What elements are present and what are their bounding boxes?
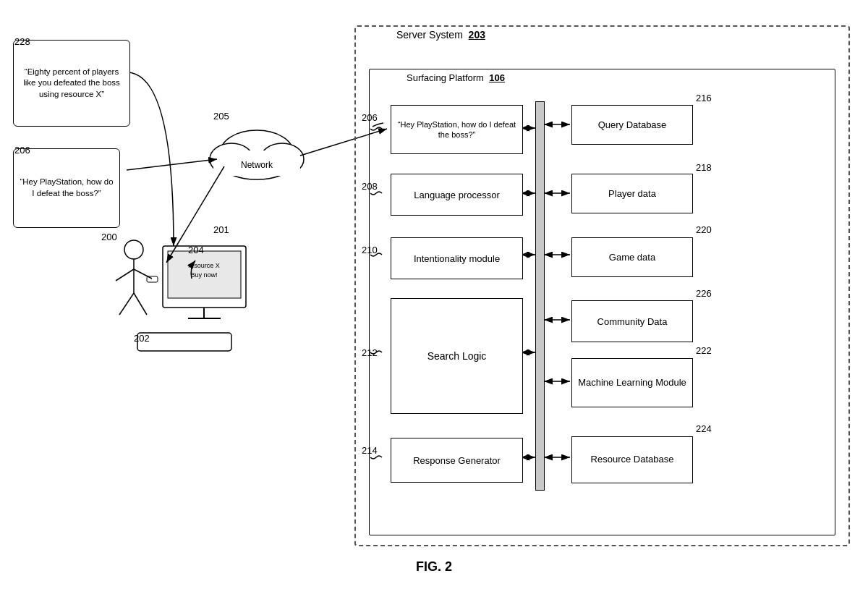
svg-point-3	[221, 130, 293, 174]
response-generator-box: Response Generator	[391, 438, 523, 483]
speech-bubble-206-text: “Hey PlayStation, how do I defeat the bo…	[20, 177, 114, 199]
ref-214: 214	[362, 445, 378, 456]
query-input-box: “Hey PlayStation, how do I defeat the bo…	[391, 105, 523, 154]
resource-database-box: Resource Database	[571, 436, 693, 483]
ref-222: 222	[696, 345, 712, 356]
ref-204: 204	[188, 245, 204, 255]
game-data-text: Game data	[609, 252, 655, 263]
ref-226: 226	[696, 288, 712, 299]
network-cloud-group: Network	[210, 130, 304, 179]
ref-210: 210	[362, 245, 378, 255]
svg-line-18	[127, 159, 217, 170]
speech-bubble-228-text: “Eighty percent of players like you defe…	[20, 67, 124, 101]
console-box	[137, 333, 231, 351]
resource-database-text: Resource Database	[591, 454, 674, 466]
ref-216: 216	[696, 93, 712, 103]
svg-line-13	[134, 293, 147, 315]
ad-text-1: resource X	[188, 262, 220, 269]
game-data-box: Game data	[571, 237, 693, 277]
surfacing-platform-label: Surfacing Platform 106	[407, 72, 505, 83]
query-input-text: “Hey PlayStation, how do I defeat the bo…	[394, 119, 519, 140]
svg-line-12	[119, 293, 134, 315]
tv-box	[163, 246, 246, 308]
ref-212: 212	[362, 347, 378, 358]
svg-rect-15	[168, 251, 241, 298]
ref-206-left: 206	[14, 145, 30, 156]
svg-line-11	[134, 269, 152, 279]
community-data-text: Community Data	[597, 316, 668, 327]
svg-line-10	[116, 269, 134, 281]
diagram-container: Network resource X Buy now!	[0, 0, 868, 589]
server-system-label: Server System 203	[396, 29, 485, 41]
divider-bar	[535, 101, 545, 491]
ml-module-text: Machine Learning Module	[578, 377, 686, 389]
query-database-text: Query Database	[598, 119, 667, 130]
ref-208: 208	[362, 181, 378, 192]
ad-text-2: Buy now!	[190, 271, 217, 279]
ref-201: 201	[213, 224, 229, 235]
svg-point-5	[260, 143, 304, 175]
community-data-box: Community Data	[571, 300, 693, 342]
network-label: Network	[241, 160, 273, 170]
svg-point-6	[224, 153, 289, 179]
ref-202: 202	[134, 333, 150, 344]
search-logic-text: Search Logic	[427, 350, 487, 362]
player-data-box: Player data	[571, 174, 693, 213]
svg-rect-7	[213, 151, 300, 176]
ref-220: 220	[696, 224, 712, 235]
ref-218: 218	[696, 162, 712, 173]
search-logic-box: Search Logic	[391, 298, 523, 414]
response-generator-text: Response Generator	[413, 455, 501, 466]
svg-rect-14	[147, 276, 158, 282]
fig-label: FIG. 2	[416, 559, 452, 575]
language-processor-text: Language processor	[414, 190, 500, 200]
player-data-text: Player data	[608, 188, 656, 199]
intentionality-box: Intentionality module	[391, 237, 523, 279]
ml-module-box: Machine Learning Module	[571, 358, 693, 407]
language-processor-box: Language processor	[391, 174, 523, 216]
ref-206-right: 206	[362, 112, 378, 123]
ref-205: 205	[213, 111, 229, 122]
svg-point-8	[124, 240, 143, 259]
person-figure	[116, 240, 158, 315]
speech-bubble-228: “Eighty percent of players like you defe…	[13, 40, 130, 127]
query-database-box: Query Database	[571, 105, 693, 145]
ref-200: 200	[101, 232, 117, 242]
ref-224: 224	[696, 423, 712, 434]
svg-point-4	[210, 143, 253, 175]
ref-228: 228	[14, 36, 30, 47]
intentionality-text: Intentionality module	[414, 253, 500, 264]
speech-bubble-206: “Hey PlayStation, how do I defeat the bo…	[13, 148, 120, 228]
